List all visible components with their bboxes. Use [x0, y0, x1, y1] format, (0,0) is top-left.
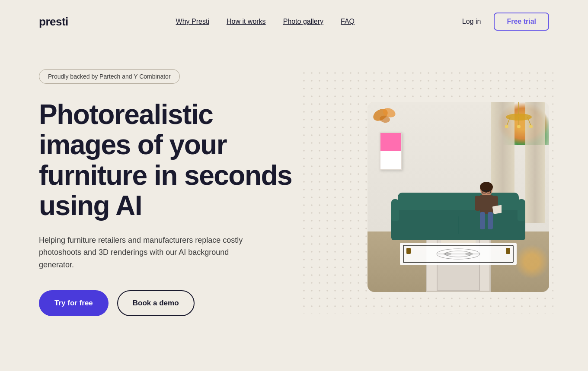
nav-links: Why Presti How it works Photo gallery FA…: [176, 18, 355, 25]
svg-rect-13: [475, 196, 481, 211]
hero-section: Proudly backed by Partech and Y Combinat…: [39, 43, 549, 351]
svg-rect-15: [480, 212, 485, 229]
foliage-bottom: [514, 244, 549, 279]
person-silhouette: [471, 182, 502, 234]
navbar: presti Why Presti How it works Photo gal…: [39, 0, 549, 43]
room-scene: [368, 102, 549, 292]
hero-buttons: Try for free Book a demo: [39, 290, 307, 316]
foliage-top-left: [372, 104, 398, 126]
hero-description: Helping furniture retailers and manufact…: [39, 234, 246, 271]
login-link[interactable]: Log in: [462, 18, 481, 25]
nav-how-it-works[interactable]: How it works: [227, 18, 266, 25]
hero-title: Photorealistic images of your furniture …: [39, 99, 307, 221]
svg-point-9: [529, 125, 533, 128]
svg-point-11: [480, 182, 493, 192]
chandelier-icon: [497, 102, 540, 141]
book-demo-button[interactable]: Book a demo: [117, 290, 195, 316]
nav-why-presti[interactable]: Why Presti: [176, 18, 209, 25]
svg-rect-16: [488, 212, 493, 229]
hero-badge: Proudly backed by Partech and Y Combinat…: [39, 69, 180, 84]
nav-photo-gallery[interactable]: Photo gallery: [283, 18, 323, 25]
hero-right: [342, 93, 549, 292]
logo[interactable]: presti: [39, 15, 68, 29]
svg-point-5: [505, 125, 508, 128]
svg-point-7: [517, 125, 521, 128]
nav-right: Log in Free trial: [462, 13, 549, 31]
hero-image: [368, 102, 549, 292]
svg-rect-12: [480, 195, 493, 214]
nav-faq[interactable]: FAQ: [341, 18, 355, 25]
hero-left: Proudly backed by Partech and Y Combinat…: [39, 69, 307, 316]
free-trial-button[interactable]: Free trial: [494, 13, 549, 31]
try-for-free-button[interactable]: Try for free: [39, 290, 109, 316]
